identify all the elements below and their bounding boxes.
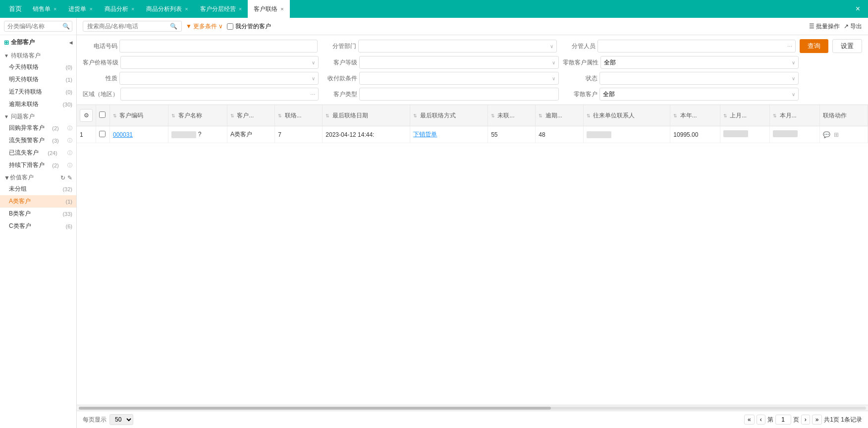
sidebar-item-a-class[interactable]: A类客户 (1)	[0, 195, 76, 208]
filter-phone: 电话号码	[83, 40, 318, 53]
row-this-month	[770, 126, 819, 143]
close-icon[interactable]: ×	[280, 6, 283, 12]
payment-select[interactable]: ∨	[359, 72, 558, 85]
tab-customer-segment[interactable]: 客户分层经营 ×	[194, 0, 248, 18]
sidebar-item-repurchase-abnormal[interactable]: 回购异常客户 (2) ⓘ	[0, 122, 76, 134]
query-button[interactable]: 查询	[800, 39, 828, 53]
next-page-button[interactable]: ›	[801, 415, 810, 425]
first-page-button[interactable]: «	[744, 415, 755, 425]
row-unit-contact	[583, 126, 670, 143]
sidebar-item-churn-warning[interactable]: 流失预警客户 (3) ⓘ	[0, 134, 76, 147]
edit-icon[interactable]: ✎	[67, 174, 72, 181]
sidebar-item-overdue[interactable]: 逾期未联络 (30)	[0, 98, 76, 110]
filter-panel: 电话号码 分管部门 ∨ 分管人员 ···	[77, 35, 868, 105]
chevron-down-icon: ∨	[218, 23, 223, 30]
region-label: 区域（地区）	[83, 90, 118, 99]
pending-contact-group[interactable]: ▼ 待联络客户	[0, 50, 76, 61]
batch-op-button[interactable]: ☰ 批量操作	[809, 22, 840, 31]
filter-customer-type: 客户类型	[323, 88, 558, 101]
gear-button[interactable]: ⚙	[80, 109, 93, 122]
search-input[interactable]	[87, 23, 170, 30]
last-method-link[interactable]: 下销货单	[413, 131, 437, 138]
chevron-down-icon: ∨	[792, 60, 795, 65]
col-type: ⇅ 客户...	[227, 105, 274, 126]
my-customers-checkbox[interactable]	[227, 23, 233, 30]
tab-sales[interactable]: 销售单 ×	[27, 0, 62, 18]
filter-payment: 收付款条件 ∨	[323, 72, 558, 85]
filter-row-3: 性质 ∨ 收付款条件 ∨ 状态	[83, 72, 862, 85]
close-icon[interactable]: ×	[131, 6, 134, 12]
close-icon[interactable]: ×	[239, 6, 242, 12]
close-icon[interactable]: ×	[54, 6, 56, 12]
person-input[interactable]: ···	[597, 40, 796, 53]
arrow-icon: ▼	[4, 53, 9, 58]
col-overdue-label: 逾期...	[545, 112, 562, 119]
tab-customer-contact[interactable]: 客户联络 ×	[248, 0, 289, 18]
retail-customer-select[interactable]: 全部 ∨	[599, 88, 799, 101]
group-icons: ↻ ✎	[60, 174, 72, 181]
prev-page-button[interactable]: ‹	[757, 415, 765, 425]
chevron-down-icon: ∨	[792, 76, 795, 81]
dept-select[interactable]: ∨	[358, 40, 556, 53]
chevron-down-icon: ∨	[312, 76, 315, 81]
phone-label: 电话号码	[83, 42, 117, 51]
value-customer-group[interactable]: ▼ 价值客户 ↻ ✎	[0, 171, 76, 183]
filter-toolbar: 🔍 ▼ 更多条件 ∨ 我分管的客户 ☰ 批量操作 ↗ 导出	[77, 18, 868, 35]
filter-retail-customer: 零散客户 全部 ∨	[563, 88, 799, 101]
tab-product-analysis[interactable]: 商品分析 ×	[99, 0, 140, 18]
customer-code-link[interactable]: 000031	[113, 131, 133, 138]
region-select[interactable]: ···	[120, 88, 319, 101]
table-container: ⚙ ⇅ 客户编码 ⇅ 客户名称	[77, 105, 868, 405]
scrollbar-thumb[interactable]	[79, 407, 551, 410]
customer-type-select[interactable]	[359, 88, 558, 101]
col-last-date: ⇅ 最后联络日期	[323, 105, 410, 126]
all-customers-header[interactable]: ⊞ 全部客户 ◂	[0, 35, 76, 50]
page-number-input[interactable]	[775, 415, 791, 425]
export-button[interactable]: ↗ 导出	[844, 22, 862, 31]
status-select[interactable]: ∨	[599, 72, 799, 85]
sidebar-item-declining[interactable]: 持续下滑客户 (2) ⓘ	[0, 159, 76, 171]
sidebar-item-b-class[interactable]: B类客户 (33)	[0, 208, 76, 220]
horizontal-scrollbar[interactable]	[77, 405, 868, 411]
refresh-icon[interactable]: ↻	[60, 174, 65, 181]
unit-contact-masked	[587, 131, 611, 138]
retail-attr-select[interactable]: 全部 ∨	[600, 56, 799, 69]
customer-level-select[interactable]: ∨	[359, 56, 558, 69]
home-tab[interactable]: 首页	[4, 0, 27, 18]
sidebar-item-tomorrow[interactable]: 明天待联络 (1)	[0, 73, 76, 86]
sidebar-item-7days[interactable]: 近7天待联络 (0)	[0, 86, 76, 98]
row-checkbox	[96, 126, 110, 143]
action-qr-icon[interactable]: ⊞	[834, 131, 839, 138]
phone-input[interactable]	[119, 40, 318, 53]
settings-button[interactable]: 设置	[832, 39, 862, 53]
more-filters-button[interactable]: ▼ 更多条件 ∨	[186, 22, 223, 31]
info-icon: ⓘ	[67, 137, 72, 144]
my-customers-checkbox-area[interactable]: 我分管的客户	[227, 22, 271, 31]
nature-label: 性质	[83, 74, 117, 83]
price-level-select[interactable]: ∨	[120, 56, 319, 69]
action-chat-icon[interactable]: 💬	[823, 131, 830, 138]
sort-icon: ⇅	[230, 113, 234, 118]
sidebar-item-c-class[interactable]: C类客户 (6)	[0, 220, 76, 232]
filter-person: 分管人员 ···	[561, 40, 796, 53]
sidebar-item-ungrouped[interactable]: 未分组 (32)	[0, 183, 76, 195]
tab-purchase[interactable]: 进货单 ×	[62, 0, 98, 18]
row-select-checkbox[interactable]	[99, 131, 106, 137]
close-icon[interactable]: ×	[185, 6, 188, 12]
col-last-month: ⇅ 上月...	[720, 105, 769, 126]
tab-product-analysis-list[interactable]: 商品分析列表 ×	[140, 0, 194, 18]
filter-customer-level: 客户等级 ∨	[323, 56, 558, 69]
problem-customer-group[interactable]: ▼ 问题客户	[0, 110, 76, 122]
last-page-button[interactable]: »	[812, 415, 822, 425]
close-icon[interactable]: ×	[89, 6, 92, 12]
nature-select[interactable]: ∨	[119, 72, 319, 85]
sort-icon: ⇅	[539, 113, 542, 118]
customer-name-masked	[171, 131, 196, 138]
per-page-select[interactable]: 50	[109, 414, 133, 425]
sidebar-item-churned[interactable]: 已流失客户 (24) ⓘ	[0, 147, 76, 159]
row-action-icons: 💬 ⊞	[819, 126, 868, 143]
sidebar-item-today[interactable]: 今天待联络 (0)	[0, 61, 76, 73]
select-all-checkbox[interactable]	[99, 111, 106, 118]
row-code: 000031	[110, 126, 168, 143]
window-close-icon[interactable]: ×	[852, 4, 864, 13]
